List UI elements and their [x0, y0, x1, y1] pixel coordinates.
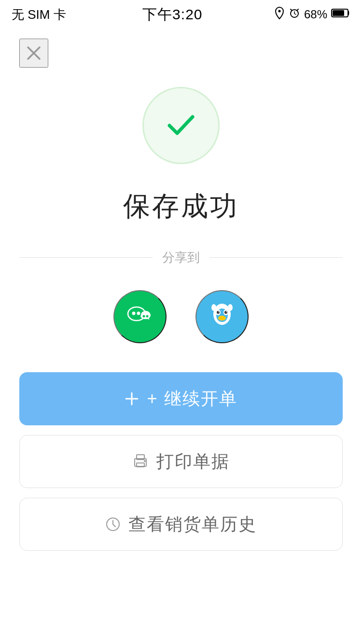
svg-point-13: [217, 311, 220, 314]
checkmark-icon: [162, 105, 200, 146]
share-icons: [113, 290, 249, 343]
svg-point-19: [228, 304, 233, 311]
svg-point-15: [218, 311, 219, 312]
status-bar: 无 SIM 卡 下午3:20 68%: [0, 0, 362, 29]
share-label: 分享到: [162, 249, 200, 266]
svg-point-0: [278, 10, 280, 13]
print-label: 打印单据: [156, 450, 230, 474]
close-button[interactable]: [19, 39, 48, 68]
svg-point-8: [146, 315, 149, 318]
svg-point-5: [132, 312, 136, 315]
history-button[interactable]: 查看销货单历史: [19, 498, 343, 551]
continue-label: + 继续开单: [147, 387, 237, 411]
alarm-icon: [289, 7, 300, 22]
svg-point-6: [137, 312, 140, 315]
svg-point-18: [211, 304, 216, 311]
main-content: 保存成功 分享到: [0, 29, 362, 644]
history-label: 查看销货单历史: [128, 513, 257, 536]
print-button[interactable]: 打印单据: [19, 435, 343, 488]
action-buttons: + 继续开单 打印单据 查看销货单历史: [19, 372, 343, 551]
success-indicator: [142, 87, 220, 164]
continue-button[interactable]: + 继续开单: [19, 372, 343, 425]
print-icon: [132, 454, 149, 469]
wechat-share-button[interactable]: [113, 290, 167, 343]
divider-left: [19, 257, 153, 258]
battery-percent: 68%: [304, 8, 327, 21]
status-time: 下午3:20: [142, 5, 202, 25]
plus-icon: [125, 392, 139, 406]
svg-rect-3: [333, 10, 344, 16]
history-icon: [105, 517, 121, 532]
svg-point-23: [144, 460, 146, 462]
carrier-text: 无 SIM 卡: [12, 6, 66, 23]
share-section: 分享到: [19, 249, 343, 343]
share-divider: 分享到: [19, 249, 343, 266]
qq-share-button[interactable]: [195, 290, 249, 343]
location-icon: [274, 7, 285, 22]
status-left: 无 SIM 卡: [12, 6, 71, 23]
svg-point-17: [218, 316, 226, 321]
status-right: 68%: [274, 7, 350, 22]
battery-icon: [331, 8, 350, 21]
svg-point-7: [143, 315, 145, 318]
svg-point-14: [224, 311, 227, 314]
svg-point-16: [226, 311, 227, 312]
success-title: 保存成功: [123, 188, 239, 225]
divider-right: [209, 257, 343, 258]
